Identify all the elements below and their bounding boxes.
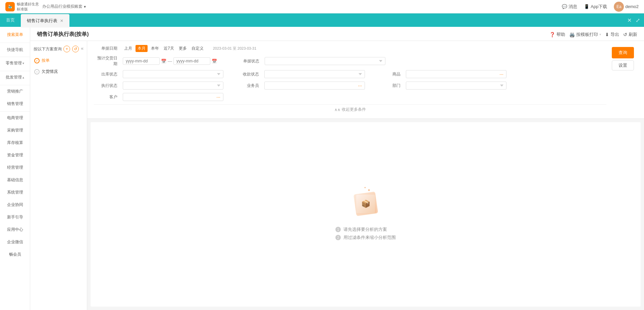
- refresh-button[interactable]: ↺ 刷新: [623, 32, 637, 38]
- sidebar-item-appcenter[interactable]: 应用中心: [0, 223, 30, 236]
- page-header: 销售订单执行表(按单) ❓ 帮助 🖨️ 按模板打印 ▾ ⬇ 导出: [30, 27, 644, 41]
- date-shortcut-this-year[interactable]: 本年: [150, 45, 160, 52]
- sidebar-item-wechat[interactable]: 企业微信: [0, 236, 30, 248]
- quick-nav[interactable]: 快捷导航: [0, 43, 30, 57]
- sidebar-item-operation[interactable]: 经营管理: [0, 161, 30, 174]
- sidebar-item-basic[interactable]: 基础信息: [0, 174, 30, 186]
- scheme-panel: 按以下方案查询 + ↺ « ✓ 按单 ○ 欠货情况: [30, 41, 87, 310]
- salesperson-more-icon[interactable]: ···: [358, 83, 362, 88]
- sidebar-item-system[interactable]: 系统管理: [0, 186, 30, 199]
- sidebar-search[interactable]: 搜索菜单: [0, 27, 30, 43]
- tab-home[interactable]: 首页: [0, 13, 21, 27]
- sidebar-item-retail[interactable]: 零售管理 ▾: [0, 57, 30, 69]
- app-download-button[interactable]: 📱 App下载: [584, 4, 607, 10]
- sidebar-item-wholesale[interactable]: 批发管理 ▴: [0, 71, 30, 84]
- scheme-panel-actions: + ↺ «: [63, 46, 84, 52]
- scheme-panel-header: 按以下方案查询 + ↺ «: [30, 44, 87, 55]
- goods-label: 商品: [377, 71, 400, 77]
- page-title: 销售订单执行表(按单): [37, 31, 89, 38]
- filter-row-status: 出库状态 收款状态: [94, 70, 606, 78]
- chevron-up-icon: ▴: [22, 75, 24, 79]
- sidebar-item-ecommerce[interactable]: 电商管理: [0, 112, 30, 124]
- print-button[interactable]: 🖨️ 按模板打印 ▾: [569, 32, 601, 38]
- goods-input[interactable]: [409, 72, 498, 76]
- goods-more-icon[interactable]: ···: [499, 71, 503, 77]
- help-button[interactable]: ❓ 帮助: [549, 32, 565, 38]
- sidebar-item-finance[interactable]: 资金管理: [0, 149, 30, 161]
- tab-sales-order[interactable]: 销售订单执行表 ✕: [21, 14, 69, 28]
- user-profile[interactable]: Ea demo2: [614, 2, 639, 12]
- salesperson-input[interactable]: [267, 83, 357, 88]
- scheme-collapse-button[interactable]: «: [81, 46, 84, 52]
- customer-label: 客户: [94, 94, 117, 100]
- collapse-bar[interactable]: ∧∧ 收起更多条件: [94, 104, 606, 114]
- payment-status-label: 收款状态: [235, 71, 259, 77]
- filter-row-customer: 客户 ···: [94, 93, 606, 101]
- sidebar-item-inventory[interactable]: 库存核算: [0, 137, 30, 149]
- sidebar-retail-section: 零售管理 ▾: [0, 57, 30, 71]
- dept-control: [406, 82, 506, 90]
- exec-status-select[interactable]: [123, 82, 223, 90]
- query-btn-area: 查询 设置: [612, 45, 637, 70]
- download-icon: 📱: [584, 4, 589, 9]
- date-shortcut-this-month[interactable]: 本月: [136, 45, 148, 52]
- date-shortcut-more[interactable]: 更多: [177, 45, 188, 52]
- breadcrumb[interactable]: 办公用品行业模拟账套 ▾: [42, 4, 86, 9]
- date-shortcut-last-month[interactable]: 上月: [123, 45, 133, 52]
- sidebar-item-newuser[interactable]: 新手引导: [0, 211, 30, 223]
- goods-control[interactable]: ···: [406, 70, 506, 78]
- customer-more-icon[interactable]: ···: [216, 94, 220, 100]
- content-panel: 按以下方案查询 + ↺ « ✓ 按单 ○ 欠货情况: [30, 41, 644, 310]
- doc-status-select[interactable]: [265, 57, 385, 65]
- dept-label: 部门: [377, 83, 400, 89]
- customer-input[interactable]: [126, 95, 215, 99]
- export-button[interactable]: ⬇ 导出: [605, 32, 619, 38]
- sidebar-item-member[interactable]: 畅会员: [0, 248, 30, 261]
- expected-date-end-input[interactable]: [173, 57, 210, 65]
- calendar-start-icon: 📅: [161, 59, 166, 64]
- scheme-add-button[interactable]: +: [63, 46, 70, 52]
- expected-date-start-input[interactable]: [123, 57, 160, 65]
- payment-status-select[interactable]: [264, 70, 365, 78]
- date-shortcut-custom[interactable]: 自定义: [190, 45, 205, 52]
- calendar-end-icon: 📅: [212, 59, 217, 64]
- filter-row-exec: 执行状态 业务员 ···: [94, 82, 606, 90]
- logo-icon: 🏪: [5, 2, 15, 11]
- scheme-refresh-button[interactable]: ↺: [72, 46, 79, 52]
- salesperson-control[interactable]: ···: [264, 82, 365, 90]
- sidebar-wholesale-section: 批发管理 ▴: [0, 71, 30, 85]
- exec-status-control: [123, 82, 223, 90]
- tab-close-icon[interactable]: ✕: [60, 18, 63, 23]
- scheme-item-debt[interactable]: ○ 欠货情况: [30, 66, 87, 77]
- delivery-status-select[interactable]: [123, 70, 223, 78]
- date-shortcut-7days[interactable]: 近7天: [162, 45, 175, 52]
- dept-select[interactable]: [406, 82, 506, 90]
- date-shortcuts: 上月 本月 本年 近7天 更多 自定义: [123, 45, 205, 52]
- payment-status-control: [264, 70, 365, 78]
- sidebar-quick-nav-label[interactable]: 快捷导航: [0, 46, 30, 54]
- empty-hint-2: 2 用过滤条件来缩小分析范围: [335, 235, 396, 241]
- window-controls: ✕ ⤢: [627, 17, 644, 23]
- scheme-item-icon: ○: [34, 69, 40, 74]
- window-maximize-icon[interactable]: ⤢: [636, 17, 640, 23]
- search-menu-button[interactable]: 搜索菜单: [3, 30, 27, 39]
- date-label: 单据日期: [94, 46, 117, 51]
- scheme-item-active-icon: ✓: [34, 58, 40, 63]
- settings-button[interactable]: 设置: [612, 60, 634, 70]
- print-chevron-icon: ▾: [599, 33, 601, 36]
- customer-control[interactable]: ···: [123, 93, 223, 101]
- scheme-item-by-order[interactable]: ✓ 按单: [30, 55, 87, 66]
- filter-area: 单据日期 上月 本月 本年 近7天 更多 自定义: [87, 41, 644, 119]
- message-button[interactable]: 💬 消息: [562, 4, 577, 10]
- sidebar-item-purchase[interactable]: 采购管理: [0, 124, 30, 137]
- exec-status-label: 执行状态: [94, 83, 117, 89]
- sidebar-item-sales[interactable]: 销售管理: [0, 98, 30, 110]
- top-bar-left: 🏪 畅捷通好生意 标准版 办公用品行业模拟账套 ▾: [5, 2, 86, 11]
- sidebar-marketing-section: 营销推广 销售管理: [0, 85, 30, 112]
- sidebar-item-marketing[interactable]: 营销推广: [0, 85, 30, 98]
- expected-date-label: 预计交货日期: [94, 55, 117, 67]
- window-close-icon[interactable]: ✕: [627, 17, 632, 23]
- sidebar-item-cooperation[interactable]: 企业协同: [0, 199, 30, 211]
- query-button[interactable]: 查询: [612, 47, 634, 58]
- export-icon: ⬇: [605, 32, 609, 37]
